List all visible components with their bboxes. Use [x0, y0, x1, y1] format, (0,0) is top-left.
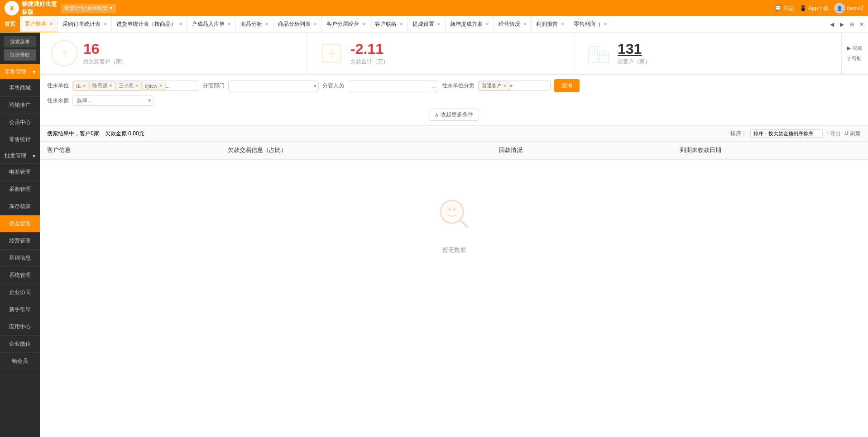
person-filter-input[interactable]: ...	[348, 81, 438, 91]
nav-next-arrow[interactable]: ▶	[837, 20, 846, 29]
results-bar: 搜索结果中，客户0家 欠款金额 0.00元 排序： 排序：按欠款金额倒序排序 ↑…	[40, 126, 868, 142]
account-selector[interactable]: 母婴行业演示帐套 ▾	[61, 4, 116, 13]
sidebar-item-new-guide[interactable]: 新手引导	[0, 301, 40, 318]
tab-product-analysis-list[interactable]: 商品分析列表 ✕	[273, 16, 322, 33]
close-icon[interactable]: ✕	[179, 22, 182, 27]
nav-expand-icon[interactable]: ⊞	[847, 20, 856, 29]
unit-class-dropdown-icon[interactable]: ▾	[510, 83, 513, 89]
person-input[interactable]	[348, 81, 430, 91]
dept-dropdown-icon[interactable]: ▾	[314, 83, 317, 89]
close-icon[interactable]: ✕	[485, 22, 489, 27]
sidebar-item-inventory[interactable]: 库存核算	[0, 198, 40, 215]
tab-customer-segments[interactable]: 客户分层经营 ✕	[322, 16, 370, 33]
dept-input[interactable]	[229, 81, 314, 91]
tab-cost-entry[interactable]: 产成品入库单 ✕	[187, 16, 236, 33]
tab-retail-profit[interactable]: 零售利润（ ✕	[569, 16, 612, 33]
sidebar-item-enterprise-wechat[interactable]: 企业微信	[0, 336, 40, 353]
nav-close-all-icon[interactable]: ✕	[857, 20, 866, 29]
close-icon[interactable]: ✕	[523, 22, 527, 27]
help-btn[interactable]: ? 帮助	[847, 55, 863, 62]
chevron-up-icon: ∧	[435, 112, 439, 118]
sidebar-item-app-center[interactable]: 应用中心	[0, 318, 40, 336]
message-btn[interactable]: 💬 消息	[775, 5, 794, 12]
sidebar-item-retail-mall[interactable]: 零售商城	[0, 80, 40, 97]
remove-customer-type[interactable]: ✕	[503, 83, 507, 88]
arrears-value: -2.11	[350, 42, 388, 56]
query-button[interactable]: 查询	[554, 79, 580, 92]
sidebar-item-retail-mgmt[interactable]: 零售管理 ▾	[0, 64, 40, 80]
close-icon[interactable]: ✕	[604, 22, 607, 27]
sidebar-item-vip[interactable]: 畅会员	[0, 353, 40, 370]
tab-accounts[interactable]: 客户账本 ✕	[20, 16, 58, 33]
balance-dropdown-icon[interactable]: ▾	[148, 97, 151, 104]
stat-info-arrears: -2.11 欠款合计（万）	[350, 42, 388, 66]
sidebar-item-marketing[interactable]: 营销推广	[0, 97, 40, 114]
total-customers-label: 总欠款客户（家）	[83, 58, 127, 66]
sidebar-item-member-center[interactable]: 会员中心	[0, 114, 40, 131]
balance-input[interactable]	[73, 95, 148, 105]
tab-customer-contact[interactable]: 客户联络 ✕	[370, 16, 408, 33]
collapse-button[interactable]: ∧ 收起更多条件	[429, 109, 479, 121]
col-header-due-date: 到期未收款日期	[680, 146, 861, 154]
remove-tag-wang[interactable]: ✕	[135, 83, 139, 88]
tab-new-promotion[interactable]: 新增提成方案 ✕	[446, 16, 494, 33]
filter-bar: 往来单位 伍 ✕ 陈民强 ✕ 王小亮 ✕	[40, 75, 868, 126]
search-menu-button[interactable]: 搜索菜单	[4, 36, 36, 48]
stats-header: ¥ 16 总欠款客户（家）	[40, 33, 868, 75]
filter-tag-wu: 伍 ✕	[73, 81, 89, 90]
tab-purchase-orders[interactable]: 采购订单统计表 ✕	[58, 16, 112, 33]
dept-filter-input[interactable]: ▾	[228, 81, 319, 91]
svg-rect-6	[599, 51, 609, 62]
unit-filter-label: 往来单位	[47, 82, 69, 90]
building-icon	[585, 40, 612, 67]
sidebar-item-retail-stats[interactable]: 零售统计	[0, 131, 40, 148]
sidebar-item-basic-info[interactable]: 基础信息	[0, 250, 40, 267]
tab-home[interactable]: 首页	[0, 16, 20, 33]
sidebar-item-wholesale-mgmt[interactable]: 批发管理 ▾	[0, 148, 40, 164]
quick-nav-button[interactable]: 快捷导航	[4, 49, 36, 61]
remove-tag-chen[interactable]: ✕	[109, 83, 112, 88]
close-icon[interactable]: ✕	[313, 22, 317, 27]
sort-select[interactable]: 排序：按欠款金额倒序排序	[750, 129, 823, 138]
tab-promotion-settings[interactable]: 提成设置 ✕	[408, 16, 446, 33]
tab-profit-report[interactable]: 利润报告 ✕	[532, 16, 569, 33]
tab-product-analysis[interactable]: 商品分析 ✕	[236, 16, 273, 33]
unit-filter-input[interactable]: 伍 ✕ 陈民强 ✕ 王小亮 ✕ cjttcw ✕	[72, 81, 199, 91]
app-container: ¥ 畅捷通好生意 标版 母婴行业演示帐套 ▾ 💬 消息 📱 App下载 👤	[0, 0, 868, 437]
sidebar: 搜索菜单 快捷导航 零售管理 ▾ 零售商城 营销推广 会员中心 零售统计 批发管…	[0, 33, 40, 437]
close-icon[interactable]: ✕	[362, 22, 365, 27]
remove-tag-wu[interactable]: ✕	[82, 83, 86, 88]
sidebar-item-ecommerce[interactable]: 电商管理	[0, 164, 40, 181]
close-icon[interactable]: ✕	[561, 22, 564, 27]
sidebar-item-ops[interactable]: 经营管理	[0, 233, 40, 250]
close-icon[interactable]: ✕	[437, 22, 441, 27]
main-layout: 搜索菜单 快捷导航 零售管理 ▾ 零售商城 营销推广 会员中心 零售统计 批发管…	[0, 33, 868, 437]
sidebar-item-finance[interactable]: 资金管理	[0, 215, 40, 233]
table-header: 客户信息 欠款交易信息（占比） 回款情况 到期未收款日期	[40, 142, 868, 160]
close-icon[interactable]: ✕	[265, 22, 269, 27]
sidebar-item-enterprise-collab[interactable]: 企业协同	[0, 284, 40, 301]
close-icon[interactable]: ✕	[227, 22, 231, 27]
nav-arrows: ◀ ▶ ⊞ ✕	[825, 20, 868, 29]
app-download-btn[interactable]: 📱 App下载	[800, 5, 829, 12]
refresh-btn[interactable]: ↺ 刷新	[844, 130, 861, 138]
video-btn[interactable]: ▶ 视频	[847, 45, 863, 52]
tab-purchase-stats[interactable]: 进货单统计表（按商品） ✕	[112, 16, 187, 33]
filter-tag-cj: cjttcw ✕	[142, 82, 166, 90]
unit-class-input[interactable]: 普通客户 ✕ ▾	[478, 81, 551, 91]
close-icon[interactable]: ✕	[103, 22, 107, 27]
sidebar-item-purchase[interactable]: 采购管理	[0, 181, 40, 198]
balance-filter-input[interactable]: ▾	[72, 95, 153, 106]
close-icon[interactable]: ✕	[49, 21, 53, 26]
export-icon: ↑	[826, 130, 829, 137]
export-btn[interactable]: ↑ 导出	[826, 130, 841, 138]
remove-tag-cj[interactable]: ✕	[159, 83, 163, 88]
sidebar-item-system[interactable]: 系统管理	[0, 267, 40, 284]
filter-more-tags[interactable]: ...	[166, 83, 170, 89]
user-menu[interactable]: 👤 demo2	[834, 3, 863, 14]
tab-operations[interactable]: 经营情况 ✕	[494, 16, 532, 33]
nav-prev-arrow[interactable]: ◀	[827, 20, 836, 29]
person-dots-icon[interactable]: ...	[432, 83, 436, 89]
close-icon[interactable]: ✕	[399, 22, 403, 27]
stat-arrears: -2.11 欠款合计（万）	[307, 33, 574, 74]
